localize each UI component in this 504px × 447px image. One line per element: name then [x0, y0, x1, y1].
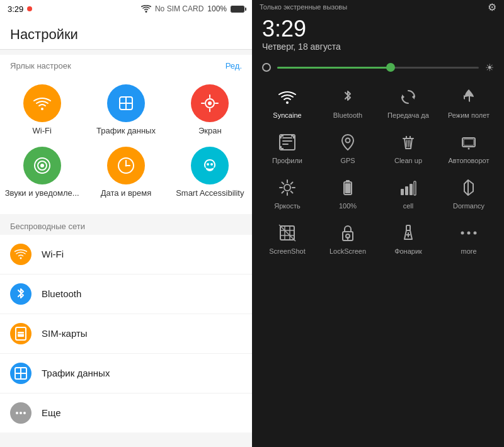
- airplane-quick-label: Режим полет: [448, 111, 490, 119]
- list-wifi-svg: [14, 249, 27, 259]
- svg-marker-32: [402, 94, 404, 99]
- wifi-status-icon: [141, 5, 151, 13]
- svg-rect-64: [405, 186, 408, 195]
- shortcut-wifi-label: Wi-Fi: [33, 126, 52, 137]
- notification-bar: Только экстренные вызовы ⚙: [252, 0, 504, 14]
- quick-tile-screenshot[interactable]: ScreenShot: [257, 216, 318, 259]
- svg-point-80: [461, 231, 464, 234]
- screenshot-quick-label: ScreenShot: [269, 247, 305, 255]
- shortcut-smart[interactable]: Smart Accessibility: [168, 142, 252, 204]
- svg-rect-36: [282, 144, 289, 145]
- list-item-wifi[interactable]: Wi-Fi: [0, 235, 252, 274]
- svg-point-29: [23, 412, 26, 414]
- settings-gear-icon[interactable]: ⚙: [488, 1, 496, 13]
- list-item-traffic[interactable]: Трафик данных: [0, 354, 252, 393]
- quick-tile-brightness[interactable]: Яркость: [257, 171, 318, 213]
- shortcut-sound-label: Звуки и уведомле...: [5, 188, 79, 199]
- svg-point-0: [145, 11, 147, 13]
- sound-icon-svg: [33, 156, 52, 175]
- svg-point-13: [40, 164, 44, 167]
- brightness-row[interactable]: ☀: [252, 58, 504, 80]
- svg-point-19: [210, 163, 213, 166]
- shortcuts-edit-button[interactable]: Ред.: [226, 61, 242, 71]
- syncaine-label: Syncaine: [273, 111, 301, 119]
- q-sync-svg: [399, 88, 417, 106]
- list-wifi-icon: [10, 244, 32, 265]
- screenshot-quick-icon: [275, 221, 299, 245]
- brightness-thumb: [386, 63, 395, 72]
- gps-quick-label: GPS: [340, 157, 355, 164]
- shortcut-traffic[interactable]: Трафик данных: [84, 79, 168, 142]
- svg-marker-31: [412, 94, 415, 99]
- sim-status: No SIM CARD: [155, 4, 203, 13]
- brightness-slider[interactable]: [277, 67, 479, 69]
- svg-rect-62: [345, 183, 351, 193]
- smart-icon-svg: [200, 156, 219, 175]
- svg-point-27: [16, 412, 18, 414]
- shortcut-wifi[interactable]: Wi-Fi: [0, 79, 84, 142]
- svg-point-81: [467, 231, 471, 234]
- brightness-min-icon: [262, 63, 271, 72]
- wifi-icon-svg: [33, 96, 51, 110]
- list-item-bluetooth[interactable]: Bluetooth: [0, 274, 252, 314]
- shortcuts-grid: Wi-Fi Трафик данных: [0, 74, 252, 214]
- quick-tile-syncaine[interactable]: Syncaine: [257, 80, 318, 123]
- shortcut-datetime[interactable]: Дата и время: [84, 142, 168, 204]
- svg-point-6: [208, 101, 212, 105]
- shortcuts-label: Ярлык настроек: [10, 61, 71, 71]
- svg-line-47: [410, 140, 411, 147]
- list-traffic-label: Трафик данных: [42, 368, 110, 378]
- quick-tile-bluetooth[interactable]: Bluetooth: [318, 80, 378, 123]
- more-quick-icon: [457, 221, 481, 245]
- svg-rect-65: [410, 184, 413, 195]
- list-item-more[interactable]: Еще: [0, 393, 252, 433]
- q-rotate-svg: [460, 133, 478, 151]
- sync-quick-icon: [396, 85, 420, 109]
- list-traffic-icon: [10, 363, 32, 384]
- q-gps-svg: [341, 133, 355, 151]
- syncaine-wifi-icon: [275, 85, 299, 109]
- quick-tile-rotate[interactable]: Автоповорот: [438, 125, 499, 168]
- clock-date: Четверг, 18 августа: [262, 42, 494, 52]
- svg-line-46: [406, 140, 407, 147]
- svg-point-1: [41, 108, 43, 110]
- quick-tile-battery[interactable]: 100%: [318, 171, 378, 213]
- list-item-sim[interactable]: SIM-карты: [0, 314, 252, 354]
- q-wifi-svg: [278, 90, 296, 104]
- status-bar: 3:29 No SIM CARD 100%: [0, 0, 252, 18]
- quick-tile-airplane[interactable]: Режим полет: [438, 80, 499, 123]
- flashlight-quick-label: Фонарик: [394, 247, 422, 255]
- svg-point-43: [346, 138, 350, 142]
- svg-rect-35: [282, 140, 292, 142]
- svg-rect-22: [18, 332, 24, 337]
- smart-shortcut-icon: [191, 147, 229, 184]
- quick-tile-more[interactable]: more: [438, 216, 499, 259]
- quick-tile-flashlight[interactable]: Фонарик: [378, 216, 438, 259]
- cleanup-quick-label: Clean up: [394, 157, 422, 164]
- quick-tile-sync[interactable]: Передача да: [378, 80, 438, 123]
- shortcut-sound[interactable]: Звуки и уведомле...: [0, 142, 84, 204]
- sync-quick-label: Передача да: [387, 111, 429, 119]
- datetime-icon-svg: [117, 156, 135, 175]
- quick-tile-profiles[interactable]: Профили: [257, 125, 318, 168]
- svg-point-82: [474, 231, 477, 234]
- shortcut-datetime-label: Дата и время: [101, 188, 152, 199]
- svg-point-20: [20, 257, 22, 259]
- q-dormancy-svg: [462, 179, 476, 196]
- quick-tile-gps[interactable]: GPS: [318, 125, 378, 168]
- status-bar-left: 3:29: [8, 4, 32, 14]
- gps-quick-icon: [336, 130, 360, 154]
- status-dot: [27, 6, 32, 11]
- q-brightness-svg: [278, 179, 296, 196]
- battery-quick-label: 100%: [339, 202, 357, 210]
- shortcut-screen[interactable]: Экран: [168, 79, 252, 142]
- q-more-svg: [460, 229, 478, 237]
- quick-tile-dormancy[interactable]: Dormancy: [438, 171, 499, 213]
- quick-tile-cleanup[interactable]: Clean up: [378, 125, 438, 168]
- shortcuts-header: Ярлык настроек Ред.: [0, 55, 252, 74]
- wifi-shortcut-icon: [23, 84, 61, 122]
- shortcuts-section: Ярлык настроек Ред. Wi-Fi: [0, 55, 252, 214]
- bt-quick-icon: [336, 85, 360, 109]
- quick-tile-lockscreen[interactable]: LockScreen: [318, 216, 378, 259]
- quick-tile-cell[interactable]: cell: [378, 171, 438, 213]
